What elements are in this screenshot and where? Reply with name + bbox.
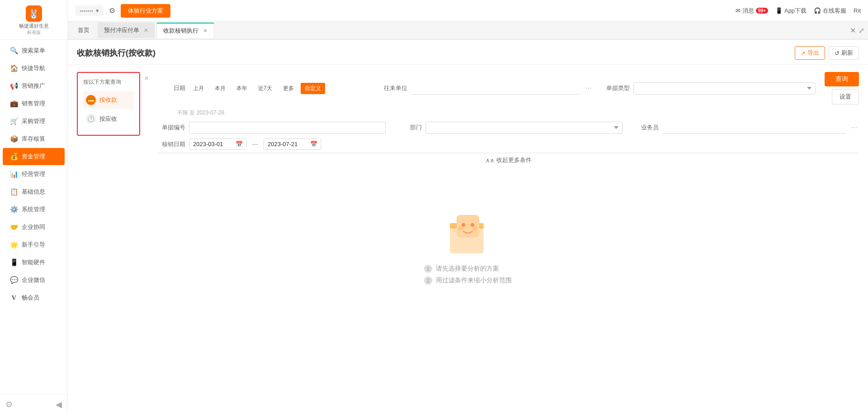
setting-button[interactable]: 设置 bbox=[832, 89, 859, 105]
sidebar-footer: ⚙ ◀ bbox=[0, 395, 67, 414]
sidebar-item-wechat[interactable]: 💬 企业微信 bbox=[3, 271, 65, 289]
verify-date-label: 核销日期 bbox=[158, 140, 185, 148]
date-btn-7days[interactable]: 近7天 bbox=[254, 83, 276, 94]
purchase-icon: 🛒 bbox=[10, 117, 18, 125]
sidebar-item-member[interactable]: V 畅会员 bbox=[3, 289, 65, 306]
filter-by-receipt[interactable]: 💳 按收款 bbox=[83, 91, 134, 109]
date-shortcuts: 上月 本月 本年 近7天 更多 自定义 bbox=[189, 83, 325, 94]
gear-icon[interactable]: ⚙ bbox=[109, 6, 115, 15]
unit-row: 往来单位 ··· bbox=[380, 82, 593, 95]
filter-title: 按以下方案查询 bbox=[83, 78, 134, 86]
tab-prepay[interactable]: 预付冲应付单 ✕ bbox=[98, 23, 155, 38]
industry-solution-button[interactable]: 体验行业方案 bbox=[121, 4, 170, 18]
brand-text: ▪▪▪▪▪▪▪ bbox=[80, 8, 93, 14]
collapse-sidebar-icon[interactable]: ◀ bbox=[56, 400, 62, 409]
member-icon: V bbox=[10, 294, 18, 302]
bill-no-input[interactable] bbox=[189, 122, 386, 134]
collapse-filter-button[interactable]: » bbox=[142, 74, 151, 82]
refresh-button[interactable]: ↺ 刷新 bbox=[829, 46, 859, 60]
basic-info-icon: 📋 bbox=[10, 188, 18, 196]
calendar-start-icon[interactable]: 📅 bbox=[236, 141, 243, 148]
page-title: 收款核销执行(按收款) bbox=[77, 48, 156, 58]
tab-maximize-button[interactable]: ⤢ bbox=[859, 26, 864, 35]
bill-type-label: 单据类型 bbox=[603, 84, 630, 92]
finance-icon: 💰 bbox=[10, 152, 18, 161]
app-download-button[interactable]: 📱 App下载 bbox=[775, 7, 807, 15]
online-service-button[interactable]: 🎧 在线客服 bbox=[814, 7, 846, 15]
sidebar-item-basic-info[interactable]: 📋 基础信息 bbox=[3, 183, 65, 200]
tab-collection[interactable]: 收款核销执行 ✕ bbox=[156, 23, 214, 38]
sidebar-item-quick-nav[interactable]: 🏠 快捷导航 bbox=[3, 60, 65, 77]
sidebar-item-enterprise[interactable]: 🤝 企业协同 bbox=[3, 219, 65, 236]
sidebar-item-inventory[interactable]: 📦 库存核算 bbox=[3, 130, 65, 148]
sidebar-item-sales[interactable]: 💼 销售管理 bbox=[3, 95, 65, 112]
sidebar-item-operation[interactable]: 📊 经营管理 bbox=[3, 166, 65, 183]
staff-ellipsis[interactable]: ··· bbox=[849, 124, 859, 132]
empty-state: 1 请先选择要分析的方案 2 用过滤条件来缩小分析范围 bbox=[68, 174, 868, 306]
header-actions: ✉ 消息 99+ 📱 App下载 🎧 在线客服 Rit bbox=[736, 7, 861, 15]
date-btn-this-year[interactable]: 本年 bbox=[232, 83, 251, 94]
unit-ellipsis[interactable]: ··· bbox=[584, 84, 593, 92]
refresh-icon: ↺ bbox=[835, 50, 840, 57]
date-label: 日期 bbox=[158, 84, 185, 92]
date-btn-this-month[interactable]: 本月 bbox=[211, 83, 230, 94]
tab-collection-close[interactable]: ✕ bbox=[203, 28, 208, 34]
query-button[interactable]: 查询 bbox=[825, 72, 859, 86]
bill-type-select[interactable] bbox=[633, 82, 816, 95]
export-button[interactable]: ↗ 导出 bbox=[795, 46, 825, 60]
svg-point-3 bbox=[462, 223, 465, 227]
svg-point-5 bbox=[458, 226, 463, 231]
collapse-more-button[interactable]: ∧∧ 收起更多条件 bbox=[158, 153, 859, 167]
date-hint: 不限 至 2023-07-26 bbox=[177, 109, 859, 117]
sidebar-item-beginner[interactable]: 🌟 新手引导 bbox=[3, 236, 65, 253]
beginner-icon: 🌟 bbox=[10, 241, 18, 249]
sales-icon: 💼 bbox=[10, 100, 18, 108]
wechat-icon: 💬 bbox=[10, 276, 18, 284]
calendar-end-icon[interactable]: 📅 bbox=[310, 141, 317, 148]
tab-close-all-button[interactable]: ✕ bbox=[850, 26, 856, 35]
sidebar-item-hardware[interactable]: 📱 智能硬件 bbox=[3, 254, 65, 271]
staff-input[interactable] bbox=[662, 121, 846, 134]
sidebar-item-marketing[interactable]: 📢 营销推广 bbox=[3, 77, 65, 95]
settings-footer-icon[interactable]: ⚙ bbox=[5, 400, 13, 409]
staff-row: 业务员 ··· bbox=[632, 121, 859, 134]
department-select[interactable] bbox=[425, 122, 622, 134]
brand-selector[interactable]: ▪▪▪▪▪▪▪ ▾ bbox=[75, 5, 104, 16]
top-header: ▪▪▪▪▪▪▪ ▾ ⚙ 体验行业方案 ✉ 消息 99+ 📱 App下载 🎧 在线… bbox=[68, 0, 868, 22]
svg-point-4 bbox=[471, 223, 474, 227]
verify-date-end-wrap: 📅 bbox=[264, 138, 321, 150]
department-row: 部门 bbox=[395, 121, 622, 134]
date-btn-last-month[interactable]: 上月 bbox=[189, 83, 208, 94]
brand-dropdown-icon: ▾ bbox=[96, 7, 99, 14]
app-name: 畅捷通好生意 bbox=[19, 23, 49, 29]
verify-date-end-input[interactable] bbox=[268, 141, 308, 148]
empty-illustration bbox=[441, 210, 495, 256]
tab-prepay-close[interactable]: ✕ bbox=[144, 27, 148, 33]
app-icon: 📱 bbox=[775, 7, 783, 14]
empty-hint-2: 2 用过滤条件来缩小分析范围 bbox=[424, 276, 512, 285]
message-badge: 99+ bbox=[756, 8, 768, 14]
verify-date-row: 核销日期 📅 — 📅 bbox=[158, 138, 389, 150]
date-dash: — bbox=[252, 141, 258, 148]
receivable-icon: 🕐 bbox=[86, 114, 96, 124]
date-hint-text: 不限 至 2023-07-26 bbox=[177, 109, 224, 116]
sidebar-item-purchase[interactable]: 🛒 采购管理 bbox=[3, 113, 65, 130]
tab-home[interactable]: 首页 bbox=[71, 23, 96, 38]
hint-num-1: 1 bbox=[424, 265, 432, 273]
user-account[interactable]: Rit bbox=[854, 7, 861, 14]
sidebar-item-system[interactable]: ⚙️ 系统管理 bbox=[3, 201, 65, 218]
sidebar-menu: 🔍 搜索菜单 🏠 快捷导航 📢 营销推广 💼 销售管理 🛒 采购管理 📦 库存核… bbox=[0, 40, 67, 395]
verify-date-start-input[interactable] bbox=[193, 141, 234, 148]
main-content: ▪▪▪▪▪▪▪ ▾ ⚙ 体验行业方案 ✉ 消息 99+ 📱 App下载 🎧 在线… bbox=[68, 0, 868, 414]
sidebar-item-finance[interactable]: 💰 资金管理 bbox=[3, 148, 65, 165]
department-label: 部门 bbox=[395, 124, 422, 132]
date-btn-custom[interactable]: 自定义 bbox=[301, 83, 325, 94]
page-content: 收款核销执行(按收款) ↗ 导出 ↺ 刷新 按以下方案查询 💳 bbox=[68, 40, 868, 414]
service-icon: 🎧 bbox=[814, 7, 821, 14]
unit-input[interactable] bbox=[411, 82, 580, 95]
date-btn-more[interactable]: 更多 bbox=[279, 83, 298, 94]
sidebar-item-search[interactable]: 🔍 搜索菜单 bbox=[3, 42, 65, 59]
message-icon: ✉ bbox=[736, 7, 741, 14]
messages-button[interactable]: ✉ 消息 99+ bbox=[736, 7, 768, 15]
filter-by-receivable[interactable]: 🕐 按应收 bbox=[83, 110, 134, 128]
